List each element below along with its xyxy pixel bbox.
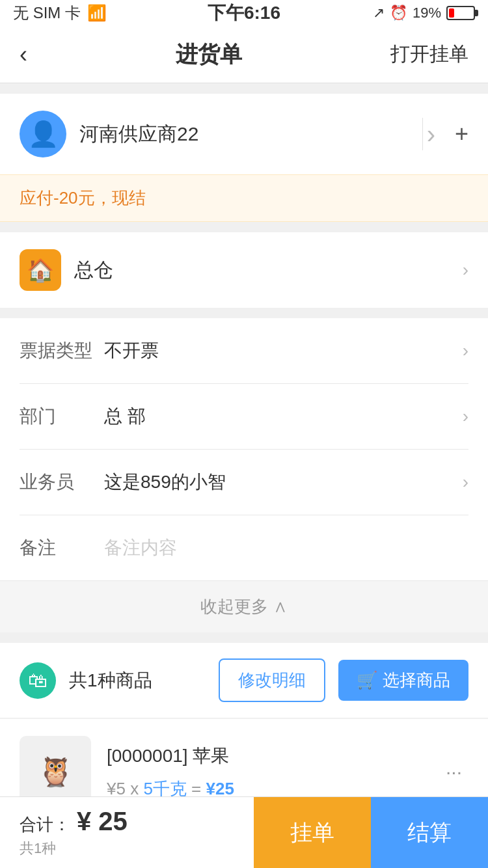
total-section: 合计： ¥ 25 共1种: [0, 807, 254, 858]
remark-label: 备注: [20, 536, 104, 560]
add-supplier-button[interactable]: +: [435, 120, 468, 148]
status-bar: 无 SIM 卡 📶 下午6:16 ↗ ⏰ 19%: [0, 0, 488, 26]
invoice-arrow: ›: [463, 340, 468, 361]
products-header: 🛍 共1种商品 修改明细 🛒 选择商品: [0, 643, 488, 718]
staff-label: 业务员: [20, 470, 104, 495]
unit-price: ¥5: [107, 779, 126, 798]
battery-icon: [446, 6, 475, 20]
products-count: 共1种商品: [69, 668, 206, 693]
open-pending-button[interactable]: 打开挂单: [390, 41, 468, 68]
carrier-label: 无 SIM 卡: [13, 3, 81, 23]
top-divider: [0, 83, 488, 94]
remark-input[interactable]: 备注内容: [104, 536, 468, 560]
warehouse-name: 总仓: [74, 257, 463, 284]
equals-sign: =: [191, 779, 206, 798]
supplier-avatar-icon: 👤: [28, 120, 59, 148]
supplier-arrow[interactable]: [427, 120, 435, 149]
location-icon: ↗: [373, 5, 385, 21]
product-info: [0000001] 苹果 ¥5 x 5千克 = ¥25: [107, 744, 439, 800]
remark-row[interactable]: 备注 备注内容: [0, 515, 488, 580]
dept-row[interactable]: 部门 总 部 ›: [0, 384, 488, 449]
edit-detail-button[interactable]: 修改明细: [219, 658, 325, 702]
quantity: 5千克: [143, 779, 186, 798]
warehouse-arrow: ›: [463, 260, 468, 280]
wifi-icon: 📶: [87, 4, 107, 22]
total-label-text: 合计：: [20, 813, 70, 836]
divider-3: [0, 308, 488, 318]
bottom-bar: 合计： ¥ 25 共1种 挂单 结算: [0, 796, 488, 868]
nav-bar: ‹ 进货单 打开挂单: [0, 26, 488, 83]
time-label: 下午6:16: [208, 1, 280, 25]
products-icon: 🛍: [20, 662, 56, 699]
invoice-label: 票据类型: [20, 338, 104, 363]
dept-label: 部门: [20, 404, 104, 429]
product-title: 苹果: [193, 746, 229, 766]
shopping-bag-icon: 🛍: [28, 670, 47, 692]
dept-value: 总 部: [104, 404, 463, 429]
collapse-label: 收起更多 ∧: [200, 597, 287, 616]
notice-bar: 应付-20元，现结: [0, 174, 488, 222]
vertical-divider: [422, 118, 423, 150]
product-more-button[interactable]: ···: [439, 754, 468, 789]
product-total: ¥25: [206, 779, 234, 798]
warehouse-icon: 🏠: [20, 249, 61, 291]
staff-value: 这是859的小智: [104, 470, 463, 495]
supplier-section: 👤 河南供应商22 +: [0, 94, 488, 174]
product-thumb-icon: 🦉: [38, 755, 74, 789]
collapse-bar[interactable]: 收起更多 ∧: [0, 580, 488, 632]
battery-percent: 19%: [413, 5, 441, 21]
dept-arrow: ›: [463, 406, 468, 427]
warehouse-section[interactable]: 🏠 总仓 ›: [0, 232, 488, 308]
notice-text: 应付-20元，现结: [20, 188, 146, 208]
select-goods-icon: 🛒: [357, 670, 377, 690]
select-goods-label: 选择商品: [383, 669, 450, 692]
product-name: [0000001] 苹果: [107, 744, 439, 768]
pending-button[interactable]: 挂单: [254, 797, 371, 869]
price-separator: x: [130, 779, 143, 798]
invoice-row[interactable]: 票据类型 不开票 ›: [0, 318, 488, 383]
page-title: 进货单: [176, 40, 242, 70]
back-button[interactable]: ‹: [20, 41, 27, 68]
staff-arrow: ›: [463, 472, 468, 493]
alarm-icon: ⏰: [390, 5, 407, 21]
invoice-value: 不开票: [104, 338, 463, 363]
supplier-name: 河南供应商22: [79, 121, 427, 148]
staff-row[interactable]: 业务员 这是859的小智 ›: [0, 450, 488, 515]
select-goods-button[interactable]: 🛒 选择商品: [338, 660, 468, 701]
product-code: [0000001]: [107, 746, 188, 766]
checkout-button[interactable]: 结算: [371, 797, 488, 869]
form-section: 票据类型 不开票 › 部门 总 部 › 业务员 这是859的小智 › 备注 备注…: [0, 318, 488, 580]
total-amount: ¥ 25: [77, 807, 128, 836]
supplier-avatar: 👤: [20, 111, 66, 157]
total-count: 共1种: [20, 839, 234, 858]
divider-2: [0, 222, 488, 232]
